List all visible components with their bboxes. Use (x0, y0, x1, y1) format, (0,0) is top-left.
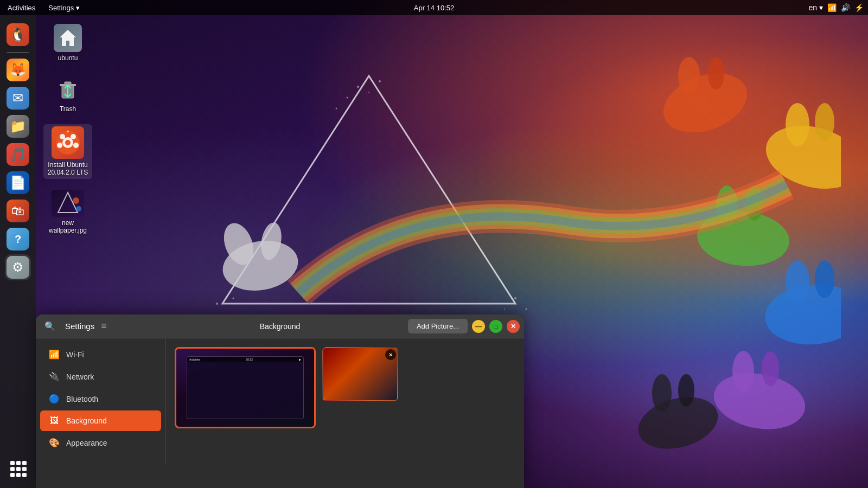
svg-point-27 (732, 351, 754, 392)
appearance-label: Appearance (66, 439, 107, 447)
apps-grid-icon (8, 459, 28, 478)
add-picture-button[interactable]: Add Picture... (408, 319, 468, 333)
dock-item-ubuntu[interactable]: 🐧 (5, 22, 31, 48)
panel-datetime: Apr 14 10:52 (414, 4, 454, 12)
network-label: Network (66, 373, 94, 381)
dock: 🐧 🦊 ✉ 📁 🎵 📄 🛍 ? ⚙ (0, 15, 36, 488)
dock-item-apps[interactable] (5, 455, 31, 481)
sidebar-item-wifi[interactable]: 📶 Wi-Fi (40, 344, 161, 365)
desktop-icon-wallpaper[interactable]: newwallpaper.jpg (43, 188, 92, 237)
desktop-icon-install-ubuntu[interactable]: Install Ubuntu20.04.2.0 LTS (43, 124, 92, 179)
background-icon: 🖼 (49, 416, 60, 426)
files-icon: 📁 (7, 115, 29, 138)
settings-gear-icon: ⚙ (7, 256, 29, 279)
settings-hamburger-menu[interactable]: ≡ (101, 320, 107, 332)
desktop-icon-trash[interactable]: Trash (43, 73, 92, 115)
activities-button[interactable]: Activities (4, 3, 39, 13)
svg-point-8 (504, 309, 505, 310)
settings-app-menu[interactable]: Settings ▾ (45, 3, 83, 13)
wallpaper-file-icon (52, 190, 84, 217)
help-icon: ? (7, 228, 29, 251)
svg-point-19 (815, 103, 834, 141)
wifi-label: Wi-Fi (66, 350, 84, 359)
close-button[interactable]: ✕ (507, 320, 520, 333)
svg-point-2 (347, 97, 348, 99)
svg-point-6 (514, 297, 516, 299)
settings-window-title: Background (260, 322, 301, 331)
trash-icon (54, 75, 82, 103)
svg-point-26 (710, 367, 810, 436)
wallpaper-thumbnail-current[interactable]: Activities 10:52 ▶ (175, 347, 316, 428)
install-ubuntu-icon (52, 126, 84, 159)
network-indicator[interactable]: 📶 (827, 3, 837, 12)
rhythmbox-icon: 🎵 (7, 143, 29, 166)
sidebar-item-appearance[interactable]: 🎨 Appearance (40, 432, 161, 453)
maximize-button[interactable]: □ (489, 320, 502, 333)
top-panel: Activities Settings ▾ Apr 14 10:52 en ▾ … (0, 0, 868, 15)
wallpaper-grid: Activities 10:52 ▶ (175, 347, 515, 428)
ubuntu-home-label: ubuntu (58, 54, 78, 62)
network-icon: 🔌 (49, 371, 60, 382)
desktop: Activities Settings ▾ Apr 14 10:52 en ▾ … (0, 0, 868, 488)
svg-point-14 (655, 63, 756, 144)
wifi-icon: 📶 (49, 349, 60, 359)
svg-point-28 (762, 351, 779, 386)
svg-point-7 (526, 309, 527, 310)
wallpaper-thumbnail-dark[interactable]: ✕ (322, 347, 398, 401)
sidebar-item-background[interactable]: 🖼 Background (40, 410, 161, 431)
ubuntu-logo: 🐧 (7, 23, 29, 46)
svg-point-40 (60, 134, 65, 139)
svg-point-30 (652, 374, 672, 412)
svg-point-5 (336, 108, 337, 110)
dock-item-settings[interactable]: ⚙ (5, 254, 31, 280)
dock-item-thunderbird[interactable]: ✉ (5, 85, 31, 111)
firefox-icon: 🦊 (7, 59, 29, 81)
volume-indicator[interactable]: 🔊 (841, 3, 850, 12)
svg-point-43 (73, 143, 79, 148)
sidebar-item-bluetooth[interactable]: 🔵 Bluetooth (40, 388, 161, 409)
svg-point-18 (786, 103, 809, 146)
svg-point-39 (65, 140, 71, 145)
dock-item-firefox[interactable]: 🦊 (5, 57, 31, 83)
dock-item-libreoffice[interactable]: 📄 (5, 170, 31, 196)
thumb-mini-panel: Activities 10:52 ▶ (187, 357, 303, 362)
svg-point-47 (73, 197, 79, 204)
libreoffice-icon: 📄 (7, 171, 29, 194)
svg-point-9 (233, 298, 234, 299)
remove-wallpaper-button[interactable]: ✕ (385, 349, 396, 360)
dock-item-files[interactable]: 📁 (5, 113, 31, 139)
panel-right: en ▾ 📶 🔊 ⚡ (809, 3, 864, 12)
dock-item-help[interactable]: ? (5, 226, 31, 252)
background-label: Background (66, 416, 107, 425)
minimize-button[interactable]: — (472, 320, 485, 333)
dock-item-rhythmbox[interactable]: 🎵 (5, 142, 31, 168)
bluetooth-label: Bluetooth (66, 395, 98, 403)
svg-point-25 (815, 260, 834, 298)
settings-body: 📶 Wi-Fi 🔌 Network 🔵 Bluetooth 🖼 Backgrou… (36, 338, 524, 464)
install-ubuntu-label: Install Ubuntu20.04.2.0 LTS (48, 161, 88, 177)
svg-point-48 (76, 206, 81, 211)
language-indicator[interactable]: en ▾ (809, 3, 823, 12)
thumb-mini-screen: Activities 10:52 ▶ (187, 356, 304, 419)
sidebar-item-network[interactable]: 🔌 Network (40, 366, 161, 387)
svg-point-29 (633, 389, 724, 457)
desktop-icon-ubuntu-home[interactable]: ubuntu (43, 22, 92, 64)
wallpaper-file-label: newwallpaper.jpg (49, 219, 87, 235)
system-indicator[interactable]: ⚡ (854, 3, 864, 12)
svg-marker-32 (60, 30, 76, 46)
svg-point-42 (57, 143, 62, 148)
settings-app-title-label: Settings (65, 322, 94, 331)
svg-point-10 (216, 303, 218, 305)
appearance-icon: 🎨 (49, 438, 60, 448)
settings-titlebar: 🔍 Settings ≡ Background Add Picture... —… (36, 314, 524, 338)
svg-point-16 (708, 57, 724, 89)
svg-point-4 (379, 80, 381, 82)
thunderbird-icon: ✉ (7, 87, 29, 110)
settings-search-button[interactable]: 🔍 (41, 318, 59, 335)
wallpaper-preview-current: Activities 10:52 ▶ (176, 349, 314, 427)
appstore-icon: 🛍 (7, 200, 29, 222)
svg-point-3 (368, 92, 369, 93)
dock-item-appstore[interactable]: 🛍 (5, 198, 31, 224)
svg-point-31 (678, 374, 694, 407)
settings-content: Activities 10:52 ▶ (166, 338, 524, 464)
